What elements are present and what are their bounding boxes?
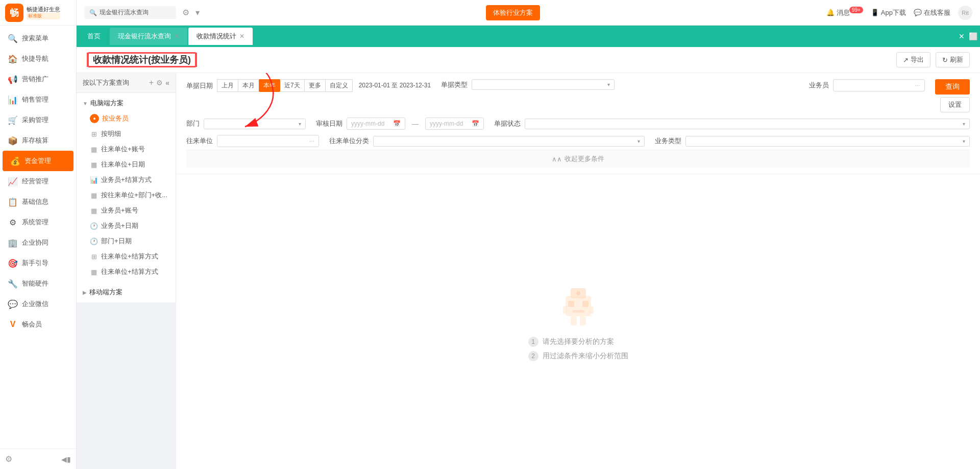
scheme-item-salesman-account[interactable]: ▦ 业务员+账号: [77, 203, 176, 218]
marketing-icon: 📢: [8, 74, 18, 84]
bill-type-select[interactable]: ▾: [472, 79, 615, 90]
tab-collection-stats[interactable]: 收款情况统计 ✕: [188, 28, 253, 45]
salesman-select[interactable]: ···: [833, 79, 925, 91]
sidebar-item-basic-info[interactable]: 📋 基础信息: [0, 192, 76, 212]
online-service-item[interactable]: 💬 在线客服: [914, 8, 950, 17]
finance-icon: 💰: [10, 156, 20, 166]
right-panel: 单据日期 上月 本月 本年 近7天 更多 自定义 2023-01-01 至 20…: [176, 73, 980, 469]
hardware-icon: 🔧: [8, 278, 18, 289]
scheme-item-salesman-date[interactable]: 🕐 业务员+日期: [77, 218, 176, 233]
sidebar-item-guide[interactable]: 🎯 新手引导: [0, 253, 76, 273]
tab-close-all-icon[interactable]: ✕: [959, 32, 965, 40]
sidebar-item-finance[interactable]: 💰 资金管理: [3, 151, 74, 171]
sidebar-item-operations[interactable]: 📈 经营管理: [0, 171, 76, 192]
desktop-group-arrow: ▼: [83, 101, 88, 106]
date-tab-more[interactable]: 更多: [304, 79, 326, 92]
svg-rect-4: [568, 301, 574, 307]
panel-settings-icon[interactable]: ⚙: [156, 79, 163, 87]
sidebar-collapse-icon[interactable]: ◀▮: [61, 455, 71, 463]
tab-bank-flow[interactable]: 现金银行流水查询 ✕: [110, 28, 187, 45]
audit-date-label: 审核日期: [316, 119, 342, 128]
step-2-num: 2: [528, 351, 538, 361]
panel-header-actions: + ⚙ «: [149, 78, 169, 87]
partner-select[interactable]: ···: [217, 135, 319, 147]
topbar-dropdown-icon[interactable]: ▾: [195, 8, 200, 17]
topbar: 🔍 现金银行流水查询 ⚙ ▾ 体验行业方案 🔔 消息 99+ 📱 App下载 💬…: [77, 0, 980, 26]
message-item[interactable]: 🔔 消息 99+: [826, 8, 863, 17]
scheme-item-by-detail[interactable]: ⊞ 按明细: [77, 126, 176, 142]
step-1-num: 1: [528, 337, 538, 347]
sidebar-item-wechat[interactable]: 💬 企业微信: [0, 294, 76, 314]
scheme-group-mobile-header[interactable]: ▶ 移动端方案: [77, 285, 176, 300]
panel-add-icon[interactable]: +: [149, 78, 154, 87]
refresh-btn[interactable]: ↻ 刷新: [936, 52, 970, 67]
sales-icon: 📊: [8, 95, 18, 105]
sidebar-item-system[interactable]: ⚙ 系统管理: [0, 212, 76, 232]
user-avatar[interactable]: Rit: [958, 6, 972, 20]
sidebar-item-enterprise[interactable]: 🏢 企业协同: [0, 232, 76, 253]
bill-status-select[interactable]: ▾: [525, 119, 970, 129]
settings-btn[interactable]: 设置: [940, 97, 970, 112]
partner-type-select[interactable]: ▾: [373, 136, 645, 147]
empty-state: 1 请先选择要分析的方案 2 用过滤条件来缩小分析范围: [176, 174, 980, 469]
date-tab-last-month[interactable]: 上月: [217, 79, 238, 92]
date-tab-custom[interactable]: 自定义: [325, 79, 353, 92]
tab-bank-flow-close[interactable]: ✕: [174, 33, 179, 40]
scheme-item-dept-date[interactable]: 🕐 部门+日期: [77, 233, 176, 249]
scheme-item-by-salesman[interactable]: ● 按业务员: [77, 111, 176, 126]
sidebar-item-hardware[interactable]: 🔧 智能硬件: [0, 273, 76, 294]
dept-select[interactable]: ▾: [204, 119, 306, 129]
scheme-group-desktop-header[interactable]: ▼ 电脑端方案: [77, 96, 176, 111]
tab-maximize-icon[interactable]: ⬜: [969, 32, 977, 40]
bill-date-label: 单据日期: [186, 81, 213, 90]
partner-account-icon: ▦: [90, 145, 98, 153]
search-icon: 🔍: [89, 9, 97, 16]
tab-home[interactable]: 首页: [79, 28, 109, 45]
business-type-select[interactable]: ▾: [685, 136, 970, 147]
sidebar-item-quick-nav[interactable]: 🏠 快捷导航: [0, 49, 76, 69]
date-tab-this-year[interactable]: 本年: [259, 79, 280, 92]
sidebar-settings-icon[interactable]: ⚙: [5, 454, 12, 464]
empty-steps: 1 请先选择要分析的方案 2 用过滤条件来缩小分析范围: [528, 337, 628, 365]
bill-status-filter: 单据状态 ▾: [494, 119, 970, 129]
sidebar-item-member[interactable]: V 畅会员: [0, 314, 76, 335]
scheme-item-salesman-settle[interactable]: 📊 业务员+结算方式: [77, 172, 176, 187]
service-icon: 💬: [914, 9, 922, 16]
date-tab-7days[interactable]: 近7天: [280, 79, 305, 92]
audit-date-to[interactable]: yyyy-mm-dd 📅: [425, 118, 484, 130]
audit-date-from[interactable]: yyyy-mm-dd 📅: [347, 118, 405, 130]
empty-step-2: 2 用过滤条件来缩小分析范围: [528, 351, 628, 361]
sidebar-item-sales[interactable]: 📊 销售管理: [0, 89, 76, 110]
empty-step-1: 1 请先选择要分析的方案: [528, 337, 628, 347]
cal-to-icon: 📅: [472, 120, 479, 127]
scheme-item-partner-date[interactable]: ▦ 往来单位+日期: [77, 157, 176, 172]
salesman-settle-icon: 📊: [90, 176, 98, 184]
partner-settle1-icon: ⊞: [90, 252, 98, 261]
trial-btn[interactable]: 体验行业方案: [486, 5, 540, 20]
panel-collapse-icon[interactable]: «: [165, 79, 169, 87]
topbar-gear-icon[interactable]: ⚙: [180, 7, 191, 18]
partner-filter: 往来单位 ···: [186, 135, 319, 147]
annotation-container: 按以下方案查询 + ⚙ « ▼ 电脑端方案 ● 按业务员: [77, 73, 176, 469]
scheme-item-partner-dept-collect[interactable]: ▦ 按往来单位+部门+收...: [77, 187, 176, 203]
scheme-item-partner-account[interactable]: ▦ 往来单位+账号: [77, 142, 176, 157]
collapse-bar[interactable]: ∧∧ 收起更多条件: [186, 150, 970, 168]
page-title: 收款情况统计(按业务员): [88, 52, 196, 67]
scheme-item-partner-settle1[interactable]: ⊞ 往来单位+结算方式: [77, 249, 176, 264]
export-btn[interactable]: ↗ 导出: [896, 52, 930, 67]
sidebar-footer: ⚙ ◀▮: [0, 449, 76, 469]
query-btn[interactable]: 查询: [935, 79, 970, 95]
sidebar-item-marketing[interactable]: 📢 营销推广: [0, 69, 76, 89]
scheme-item-partner-settle2[interactable]: ▦ 往来单位+结算方式: [77, 264, 176, 279]
partner-more-icon: ···: [309, 137, 314, 145]
sidebar-item-purchase[interactable]: 🛒 采购管理: [0, 110, 76, 130]
sidebar-item-inventory[interactable]: 📦 库存核算: [0, 130, 76, 151]
system-icon: ⚙: [8, 217, 18, 227]
main-content: 🔍 现金银行流水查询 ⚙ ▾ 体验行业方案 🔔 消息 99+ 📱 App下载 💬…: [77, 0, 980, 469]
purchase-icon: 🛒: [8, 115, 18, 125]
app-download-item[interactable]: 📱 App下载: [871, 8, 906, 17]
date-tab-this-month[interactable]: 本月: [238, 79, 259, 92]
sidebar-item-search-menu[interactable]: 🔍 搜索菜单: [0, 28, 76, 49]
topbar-search[interactable]: 🔍 现金银行流水查询: [84, 6, 176, 19]
tab-collection-stats-close[interactable]: ✕: [239, 33, 244, 40]
